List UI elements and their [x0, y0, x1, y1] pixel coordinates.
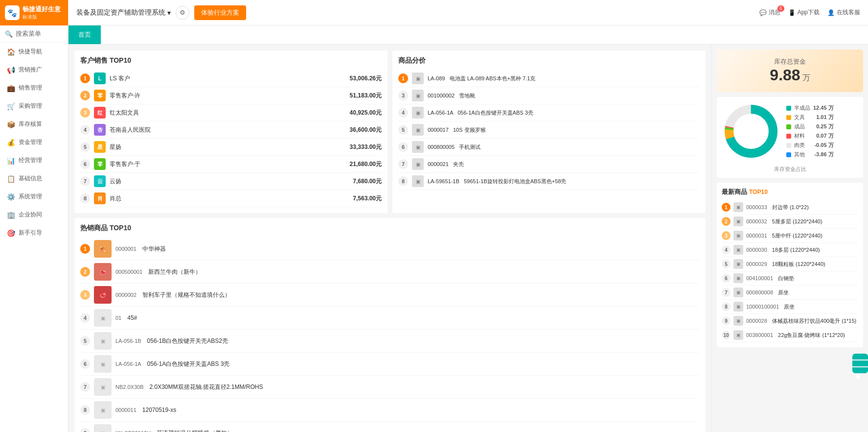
inventory-total-card: 库存总资金 9.88 万: [717, 49, 863, 92]
system-icon: ⚙️: [7, 193, 15, 201]
list-item: 8 ▣ 10000100001 原坐: [722, 300, 858, 314]
product-image: 🥩: [94, 263, 112, 281]
sidebar-item-finance[interactable]: 💰 资金管理: [0, 133, 68, 151]
list-item: 8 ▣ 0000011 12070519-xs: [80, 399, 700, 422]
sidebar-item-enterprise[interactable]: 🏢 企业协同: [0, 206, 68, 224]
table-row: 3 ▣ 001000002 雪地靴: [398, 87, 700, 104]
sidebar-item-shortcut[interactable]: 🏠 快捷导航: [0, 43, 68, 61]
legend-dot: [786, 134, 791, 139]
list-item: 3 ▣ 0000031 5厘中纤 (1220*2440): [722, 229, 858, 243]
rank-number: 4: [722, 245, 731, 254]
legend-item: 成品 0.25 万: [786, 123, 834, 130]
avatar: 红: [94, 107, 106, 119]
sidebar-item-guide[interactable]: 🎯 新手引导: [0, 224, 68, 242]
sidebar-item-operations[interactable]: 📊 经营管理: [0, 151, 68, 169]
rank-number: 7: [722, 288, 731, 297]
purchase-icon: 🛒: [7, 102, 15, 110]
product-icon: ▣: [733, 273, 743, 283]
service-icon: 👤: [827, 9, 835, 16]
table-row: 7 ▣ 0000021 夹壳: [398, 156, 700, 173]
product-image: ▣: [94, 424, 112, 432]
top-panels: 客户销售 TOP10 1 L LS 客户 53,006.26元 2 零 零售客户: [74, 50, 706, 213]
sales-icon: 💼: [7, 84, 15, 92]
rank-number: 1: [722, 203, 731, 212]
tab-home[interactable]: 首页: [69, 25, 101, 44]
chevron-down-icon: ▾: [167, 9, 171, 17]
donut-chart-container: 半成品 12.45 万 文具 1.01 万 成品 0.25 万: [722, 102, 858, 161]
legend-item: 其他 -3.86 万: [786, 151, 834, 158]
avatar: 云: [94, 175, 106, 187]
floating-live[interactable]: 直播: [852, 367, 868, 373]
table-row: 3 红 红太阳文具 40,925.00元: [80, 104, 382, 121]
rank-number: 7: [398, 159, 408, 169]
finance-icon: 💰: [7, 139, 15, 146]
logo-text: 畅捷通好生意 标准版: [23, 5, 61, 20]
table-row: 5 ▣ 0000017 10S 变频罗猴: [398, 121, 700, 139]
app-download-button[interactable]: 📱 App下载: [788, 8, 820, 17]
table-row: 8 肖 肖总 7,563.00元: [80, 190, 382, 207]
list-item: 7 ▣ NB2.0X30B 2.0X30MM双搓花轴.搓花直径2.1MM/ROH…: [80, 376, 700, 399]
rank-number: 9: [722, 316, 731, 325]
sidebar-item-marketing[interactable]: 📢 营销推广: [0, 61, 68, 79]
legend-dot: [786, 106, 791, 111]
product-icon: ▣: [412, 175, 424, 187]
list-item: 9 ▣ KK-SD22110H 花语萌恒温分腿睡袋（厚款）: [80, 422, 700, 432]
legend-dot: [786, 124, 791, 129]
rank-number: 7: [80, 382, 90, 392]
product-ranking-list: 1 ▣ LA-089 电池盖 LA-089 ABS本色+黑种 7.1克 3 ▣ …: [398, 70, 700, 190]
content-middle: 客户销售 TOP10 1 L LS 客户 53,006.26元 2 零 零售客户: [69, 45, 711, 432]
trial-button[interactable]: 体验行业方案: [194, 5, 246, 20]
list-item: 1 ▣ 0000033 封边带 (1.0*22): [722, 200, 858, 215]
rank-number: 8: [80, 405, 90, 415]
messages-button[interactable]: 💬 消息 6: [759, 8, 780, 17]
guide-icon: 🎯: [7, 229, 15, 237]
sidebar: 🐾 畅捷通好生意 标准版 🔍 搜索菜单 🏠 快捷导航 📢 营销推广 💼 销售管理…: [0, 0, 69, 432]
list-item: 5 ▣ 0000029 18颗粒板 (1220*2440): [722, 257, 858, 271]
sidebar-item-system[interactable]: ⚙️ 系统管理: [0, 188, 68, 206]
floating-community[interactable]: 服务社区: [852, 360, 868, 366]
product-image: 🍖: [94, 240, 112, 258]
product-image: ▣: [94, 378, 112, 396]
sidebar-item-basic[interactable]: 📋 基础信息: [0, 169, 68, 188]
product-icon: ▣: [412, 107, 424, 119]
legend-item: 肉类 -0.05 万: [786, 142, 834, 149]
list-item: 3 🥩 0000002 智利车子里（规格不知道填什么）: [80, 284, 700, 307]
system-title-dropdown[interactable]: 装备及固定资产辅助管理系统 ▾: [76, 8, 171, 17]
table-row: 6 ▣ 000800005 手机测试: [398, 139, 700, 156]
rank-number: 6: [722, 274, 731, 283]
rank-number: 5: [80, 142, 90, 152]
settings-button[interactable]: ⚙: [176, 6, 189, 20]
floating-service-bar: 客服热线 服务社区 直播: [852, 354, 868, 373]
product-icon: ▣: [733, 231, 743, 240]
inventory-chart-section: 半成品 12.45 万 文具 1.01 万 成品 0.25 万: [717, 97, 863, 178]
search-menu[interactable]: 🔍 搜索菜单: [0, 25, 68, 43]
sidebar-item-inventory[interactable]: 📦 库存核算: [0, 115, 68, 133]
avatar: 星: [94, 141, 106, 153]
customer-ranking-panel: 客户销售 TOP10 1 L LS 客户 53,006.26元 2 零 零售客户: [74, 50, 388, 213]
list-item: 2 🥩 000500001 新西兰牛肉（新牛）: [80, 261, 700, 284]
floating-customer-service[interactable]: 客服热线: [852, 354, 868, 360]
basic-icon: 📋: [7, 175, 15, 183]
rank-number: 1: [398, 73, 408, 83]
customer-ranking-title: 客户销售 TOP10: [80, 56, 382, 65]
list-item: 7 ▣ 000800008 原坐: [722, 286, 858, 300]
legend-dot: [786, 115, 791, 120]
legend-item: 材料 0.07 万: [786, 132, 834, 140]
legend-dot: [786, 152, 791, 157]
rank-number: 1: [80, 244, 90, 254]
product-icon: ▣: [412, 141, 424, 153]
sidebar-item-sales[interactable]: 💼 销售管理: [0, 79, 68, 97]
rank-number: 8: [722, 302, 731, 311]
rank-number: 6: [80, 359, 90, 369]
product-icon: ▣: [733, 259, 743, 269]
rank-number: 3: [80, 290, 90, 300]
sidebar-item-purchase[interactable]: 🛒 采购管理: [0, 97, 68, 115]
rank-number: 2: [80, 267, 90, 277]
message-icon: 💬: [759, 9, 767, 16]
donut-chart: [722, 102, 780, 161]
list-item: 5 ▣ LA-056-1B 056-1B白色按键开关壳ABS2壳: [80, 330, 700, 353]
online-service-button[interactable]: 👤 在线客服: [827, 8, 860, 17]
list-item: 6 ▣ 004100001 白钢垫: [722, 271, 858, 286]
new-products-title: 最新商品 TOP10: [722, 188, 858, 196]
avatar: L: [94, 72, 106, 84]
